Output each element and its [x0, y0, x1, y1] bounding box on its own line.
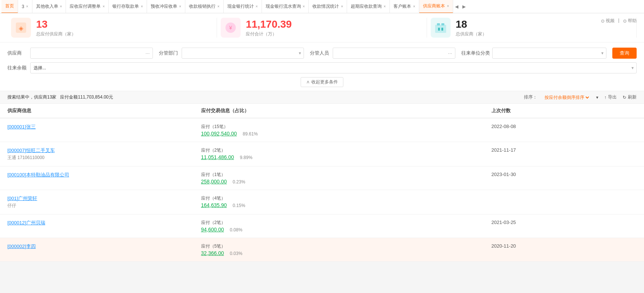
- table-row: [000012]广州贝瑞 应付（2笔） 94,600.00 0.08% 2021…: [0, 214, 644, 238]
- results-summary-text: 搜索结果中，供应商13家: [7, 94, 56, 100]
- lastpay-cell: 2020-11-20: [491, 243, 637, 249]
- refresh-button[interactable]: ↻ 刷新: [623, 94, 637, 100]
- supplier-input-wrap: ···: [30, 48, 153, 59]
- nav-tab-cash-flow[interactable]: 现金银行流水查询 ×: [262, 0, 309, 13]
- results-info: 搜索结果中，供应商13家 应付金额111,703,854.00元: [7, 94, 113, 100]
- last-pay-date: 2023-01-30: [491, 172, 516, 177]
- trans-label: 应付（1笔）: [201, 172, 491, 178]
- trans-amount[interactable]: 258,000.00: [201, 179, 227, 185]
- close-icon[interactable]: ×: [447, 4, 449, 8]
- nav-tab-3[interactable]: 3 ×: [18, 0, 32, 13]
- supplier-cell: [001]广州荣轩 仔仔: [7, 195, 201, 209]
- close-icon[interactable]: ×: [341, 4, 343, 8]
- balance-select[interactable]: 选择...: [30, 62, 637, 73]
- table-row: [000007]恒旺二手叉车 王通 17106110000 应付（2笔） 11,…: [0, 142, 644, 166]
- nav-tab-home[interactable]: 首页: [1, 0, 18, 13]
- close-icon[interactable]: ×: [384, 4, 386, 8]
- sort-select[interactable]: 按应付余额倒序排序: [543, 94, 590, 100]
- supplier-dots-icon[interactable]: ···: [146, 50, 150, 56]
- supplier-cell: [000002]李四: [7, 243, 201, 250]
- close-icon[interactable]: ×: [26, 4, 28, 8]
- close-icon[interactable]: ×: [217, 4, 220, 8]
- nav-next-button[interactable]: ▶: [461, 0, 468, 13]
- supplier-link[interactable]: [000100]本特勒油品有限公司: [7, 172, 201, 178]
- video-link[interactable]: ⊙ 视频: [601, 18, 615, 24]
- lastpay-cell: 2021-03-25: [491, 220, 637, 225]
- transaction-cell: 应付（2笔） 94,600.00 0.08%: [201, 220, 491, 232]
- close-icon[interactable]: ×: [102, 4, 105, 8]
- payable-total-label: 应付合计（万）: [246, 31, 292, 37]
- nav-prev-button[interactable]: ◀: [453, 0, 461, 13]
- collapse-button[interactable]: ∧ 收起更多条件: [301, 77, 343, 87]
- col-header-transaction: 应付交易信息（占比）: [201, 107, 491, 114]
- transaction-cell: 应付（5笔） 32,366.00 0.03%: [201, 243, 491, 256]
- summary-card-payable-total: ¥ 11,170.39 应付合计（万）: [217, 18, 427, 38]
- supplier-sub: 仔仔: [7, 203, 201, 209]
- filter-person: 分管人员 ···: [310, 48, 455, 59]
- trans-amount[interactable]: 164,635.90: [201, 202, 227, 208]
- supplier-link[interactable]: [000002]李四: [7, 243, 201, 250]
- nav-tab-cash-stats[interactable]: 现金银行统计 ×: [224, 0, 262, 13]
- trans-percent: 0.23%: [233, 179, 245, 185]
- nav-tab-other-income[interactable]: 其他收入单 ×: [32, 0, 66, 13]
- top-navigation: 首页 3 × 其他收入单 × 应收应付调整单 × 银行存取款单 × 预收冲应收单…: [0, 0, 644, 13]
- last-pay-date: 2021-11-17: [491, 147, 516, 153]
- nav-tab-prepay[interactable]: 预收冲应收单 ×: [147, 0, 185, 13]
- close-icon[interactable]: ×: [179, 4, 181, 8]
- total-payable-suppliers-count: 13: [36, 18, 76, 31]
- close-icon[interactable]: ×: [256, 4, 258, 8]
- supplier-link[interactable]: [000007]恒旺二手叉车: [7, 147, 201, 154]
- close-icon[interactable]: ×: [413, 4, 415, 8]
- data-table-wrap: 供应商信息 应付交易信息（占比） 上次付数 [000001]张三 应付（15笔）…: [0, 104, 644, 262]
- trans-amount[interactable]: 11,051,486.00: [201, 154, 234, 160]
- trans-amount[interactable]: 32,366.00: [201, 250, 224, 256]
- supplier-cell: [000001]张三: [7, 124, 201, 130]
- results-actions: 排序： 按应付余额倒序排序 ▾ ↑ 导出 ↻ 刷新: [524, 94, 637, 100]
- export-label: 导出: [608, 94, 617, 100]
- results-amount-text: 应付金额111,703,854.00元: [60, 94, 113, 100]
- person-input[interactable]: [333, 48, 455, 59]
- trans-percent: 89.61%: [243, 131, 258, 137]
- supplier-input[interactable]: [30, 48, 153, 59]
- close-icon[interactable]: ×: [60, 4, 62, 8]
- total-suppliers-icon: [431, 18, 451, 38]
- help-link[interactable]: ⊙ 帮助: [623, 18, 637, 24]
- category-select[interactable]: [492, 48, 607, 59]
- export-icon: ↑: [604, 95, 606, 100]
- nav-tab-adjustment[interactable]: 应收应付调整单 ×: [66, 0, 109, 13]
- table-header: 供应商信息 应付交易信息（占比） 上次付数: [0, 104, 644, 118]
- nav-tab-collection[interactable]: 收款核销执行 ×: [185, 0, 224, 13]
- sort-direction-icon: ▾: [596, 95, 598, 100]
- trans-percent: 0.15%: [233, 203, 245, 208]
- nav-tab-collection-stats[interactable]: 收款情况统计 ×: [309, 0, 347, 13]
- supplier-link[interactable]: [000012]广州贝瑞: [7, 220, 201, 226]
- svg-rect-7: [438, 28, 440, 31]
- nav-tab-bank-deposit[interactable]: 银行存取款单 ×: [109, 0, 147, 13]
- nav-tab-customer-ledger[interactable]: 客户账本 ×: [390, 0, 419, 13]
- transaction-cell: 应付（15笔） 100,092,540.00 89.61%: [201, 124, 491, 137]
- supplier-link[interactable]: [000001]张三: [7, 124, 201, 130]
- refresh-label: 刷新: [628, 94, 637, 100]
- lastpay-cell: 2021-11-17: [491, 147, 637, 153]
- supplier-link[interactable]: [001]广州荣轩: [7, 195, 201, 202]
- video-icon: ⊙: [601, 18, 605, 24]
- person-dots-icon[interactable]: ···: [448, 50, 452, 56]
- svg-rect-5: [437, 23, 440, 25]
- col-header-supplier: 供应商信息: [7, 107, 201, 114]
- dept-select[interactable]: [182, 48, 304, 59]
- lastpay-cell: 2023-01-30: [491, 172, 637, 177]
- filter-supplier: 供应商 ···: [7, 48, 153, 59]
- svg-text:◈: ◈: [19, 25, 24, 31]
- lastpay-cell: 2022-08-08: [491, 124, 637, 129]
- nav-tab-supplier-ledger[interactable]: 供应商账本 ×: [419, 0, 453, 13]
- total-suppliers-count: 18: [456, 18, 487, 31]
- data-table: 供应商信息 应付交易信息（占比） 上次付数 [000001]张三 应付（15笔）…: [0, 104, 644, 262]
- filter-category: 往来单位分类 ▾: [461, 48, 607, 59]
- close-icon[interactable]: ×: [141, 4, 143, 8]
- export-button[interactable]: ↑ 导出: [604, 94, 617, 100]
- nav-tab-overdue[interactable]: 超期应收款查询 ×: [347, 0, 390, 13]
- query-button[interactable]: 查询: [612, 48, 637, 59]
- trans-amount[interactable]: 94,600.00: [201, 227, 224, 232]
- close-icon[interactable]: ×: [303, 4, 305, 8]
- trans-amount[interactable]: 100,092,540.00: [201, 131, 237, 137]
